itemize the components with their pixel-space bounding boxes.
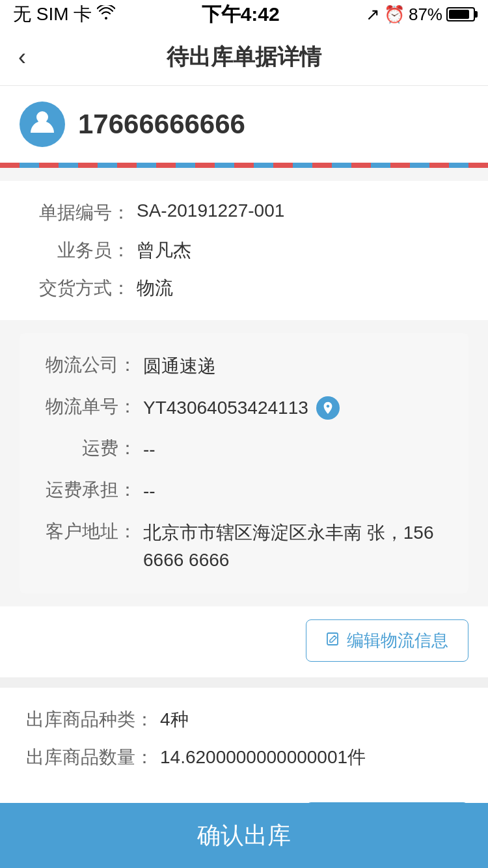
tracking-number-label: 物流单号： [33, 394, 137, 419]
carrier-text: 无 SIM 卡 [13, 2, 92, 27]
address-value: 北京市市辖区海淀区永丰南 张，156 6666 6666 [137, 519, 455, 574]
freight-value: -- [137, 436, 455, 463]
goods-summary-section: 出库商品种类： 4种 出库商品数量： 14.6200000000000001件 [0, 688, 488, 789]
battery-icon [446, 7, 475, 21]
section-separator [0, 677, 488, 688]
goods-types-value: 4种 [154, 707, 462, 732]
logistics-company-row: 物流公司： 圆通速递 [33, 353, 455, 380]
goods-quantity-row: 出库商品数量： 14.6200000000000001件 [26, 745, 462, 770]
edit-icon [326, 632, 340, 650]
sales-person-label: 业务员： [26, 238, 130, 263]
svg-rect-1 [327, 633, 338, 645]
status-time: 下午4:42 [202, 1, 280, 28]
sales-person-value: 曾凡杰 [130, 238, 462, 263]
status-right: ↗ ⏰ 87% [366, 5, 475, 25]
freight-bearer-value: -- [137, 478, 455, 505]
user-header: 17666666666 [0, 86, 488, 163]
edit-logistics-label: 编辑物流信息 [347, 629, 448, 652]
battery-percent: 87% [409, 5, 442, 25]
status-bar: 无 SIM 卡 下午4:42 ↗ ⏰ 87% [0, 0, 488, 29]
delivery-method-label: 交货方式： [26, 276, 130, 301]
goods-quantity-value: 14.6200000000000001件 [154, 745, 462, 770]
tracking-number-value: YT43064053424113 [137, 394, 455, 422]
nav-bar: ‹ 待出库单据详情 [0, 29, 488, 86]
document-number-value: SA-20191227-001 [130, 200, 462, 221]
goods-quantity-label: 出库商品数量： [26, 745, 154, 770]
goods-types-label: 出库商品种类： [26, 707, 154, 732]
back-button[interactable]: ‹ [18, 44, 26, 71]
tracking-location-button[interactable] [316, 396, 340, 420]
logistics-card: 物流公司： 圆通速递 物流单号： YT43064053424113 运费： --… [20, 333, 468, 593]
dashed-divider [0, 163, 488, 168]
location-arrow-icon: ↗ [366, 5, 380, 25]
sales-person-row: 业务员： 曾凡杰 [26, 238, 462, 263]
confirm-button-label: 确认出库 [197, 820, 291, 852]
user-phone: 17666666666 [78, 109, 245, 140]
tracking-number-row: 物流单号： YT43064053424113 [33, 394, 455, 422]
address-row: 客户地址： 北京市市辖区海淀区永丰南 张，156 6666 6666 [33, 519, 455, 574]
status-left: 无 SIM 卡 [13, 2, 115, 27]
address-label: 客户地址： [33, 519, 137, 544]
goods-types-row: 出库商品种类： 4种 [26, 707, 462, 732]
document-number-row: 单据编号： SA-20191227-001 [26, 200, 462, 225]
confirm-button[interactable]: 确认出库 [0, 803, 488, 868]
document-number-label: 单据编号： [26, 200, 130, 225]
freight-bearer-row: 运费承担： -- [33, 478, 455, 505]
delivery-method-row: 交货方式： 物流 [26, 276, 462, 301]
logistics-company-value: 圆通速递 [137, 353, 455, 380]
page-title: 待出库单据详情 [167, 42, 321, 72]
freight-label: 运费： [33, 436, 137, 461]
delivery-method-value: 物流 [130, 276, 462, 301]
freight-bearer-label: 运费承担： [33, 478, 137, 502]
basic-info-section: 单据编号： SA-20191227-001 业务员： 曾凡杰 交货方式： 物流 [0, 181, 488, 320]
wifi-icon [97, 5, 115, 23]
freight-row: 运费： -- [33, 436, 455, 463]
logistics-company-label: 物流公司： [33, 353, 137, 377]
alarm-icon: ⏰ [384, 5, 405, 25]
avatar [20, 102, 65, 147]
edit-logistics-button[interactable]: 编辑物流信息 [306, 619, 468, 662]
avatar-person-icon [28, 107, 57, 142]
edit-logistics-area: 编辑物流信息 [0, 606, 488, 677]
